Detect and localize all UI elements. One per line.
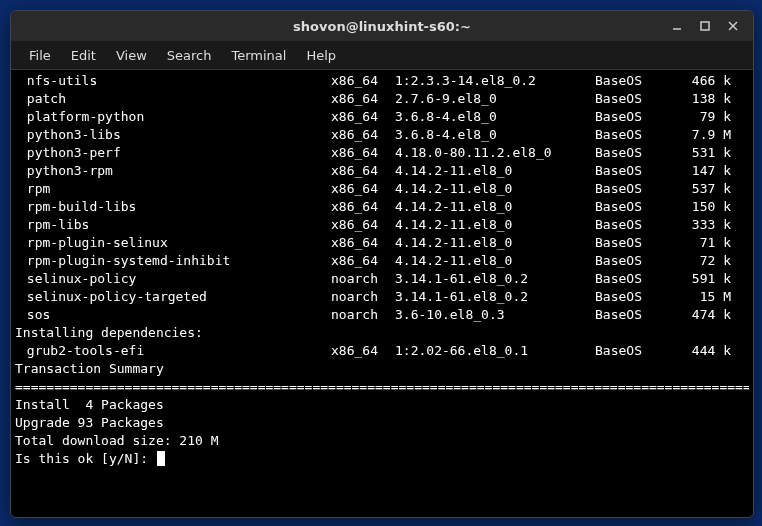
pkg-version: 2.7.6-9.el8_0 bbox=[395, 90, 595, 108]
package-row: rpm-plugin-selinuxx86_644.14.2-11.el8_0B… bbox=[15, 234, 749, 252]
pkg-size: 72 k bbox=[675, 252, 731, 270]
package-row: platform-pythonx86_643.6.8-4.el8_0BaseOS… bbox=[15, 108, 749, 126]
menu-search[interactable]: Search bbox=[157, 44, 222, 67]
pkg-repo: BaseOS bbox=[595, 342, 675, 360]
pkg-version: 1:2.3.3-14.el8_0.2 bbox=[395, 72, 595, 90]
pkg-name: patch bbox=[15, 90, 331, 108]
pkg-version: 4.14.2-11.el8_0 bbox=[395, 216, 595, 234]
deps-header: Installing dependencies: bbox=[15, 324, 749, 342]
pkg-name: nfs-utils bbox=[15, 72, 331, 90]
pkg-arch: noarch bbox=[331, 306, 395, 324]
pkg-repo: BaseOS bbox=[595, 216, 675, 234]
menu-terminal[interactable]: Terminal bbox=[221, 44, 296, 67]
pkg-repo: BaseOS bbox=[595, 126, 675, 144]
pkg-size: 150 k bbox=[675, 198, 731, 216]
minimize-button[interactable] bbox=[663, 14, 691, 38]
pkg-size: 79 k bbox=[675, 108, 731, 126]
package-row: patchx86_642.7.6-9.el8_0BaseOS138 k bbox=[15, 90, 749, 108]
package-row: selinux-policy-targetednoarch3.14.1-61.e… bbox=[15, 288, 749, 306]
package-row: selinux-policynoarch3.14.1-61.el8_0.2Bas… bbox=[15, 270, 749, 288]
pkg-version: 4.18.0-80.11.2.el8_0 bbox=[395, 144, 595, 162]
pkg-version: 4.14.2-11.el8_0 bbox=[395, 180, 595, 198]
titlebar: shovon@linuxhint-s60:~ bbox=[11, 11, 753, 41]
pkg-size: 537 k bbox=[675, 180, 731, 198]
package-row: python3-perfx86_644.18.0-80.11.2.el8_0Ba… bbox=[15, 144, 749, 162]
pkg-name: platform-python bbox=[15, 108, 331, 126]
package-row: rpmx86_644.14.2-11.el8_0BaseOS537 k bbox=[15, 180, 749, 198]
svg-rect-1 bbox=[701, 22, 709, 30]
pkg-size: 591 k bbox=[675, 270, 731, 288]
pkg-repo: BaseOS bbox=[595, 198, 675, 216]
pkg-repo: BaseOS bbox=[595, 144, 675, 162]
pkg-size: 7.9 M bbox=[675, 126, 731, 144]
pkg-size: 444 k bbox=[675, 342, 731, 360]
terminal-output[interactable]: nfs-utilsx86_641:2.3.3-14.el8_0.2BaseOS4… bbox=[11, 70, 753, 517]
pkg-arch: x86_64 bbox=[331, 144, 395, 162]
pkg-name: rpm bbox=[15, 180, 331, 198]
pkg-size: 71 k bbox=[675, 234, 731, 252]
pkg-version: 3.6-10.el8_0.3 bbox=[395, 306, 595, 324]
pkg-repo: BaseOS bbox=[595, 90, 675, 108]
pkg-name: rpm-plugin-selinux bbox=[15, 234, 331, 252]
pkg-repo: BaseOS bbox=[595, 288, 675, 306]
pkg-arch: x86_64 bbox=[331, 108, 395, 126]
pkg-version: 4.14.2-11.el8_0 bbox=[395, 234, 595, 252]
cursor bbox=[157, 451, 165, 466]
summary-title: Transaction Summary bbox=[15, 360, 749, 378]
menu-view[interactable]: View bbox=[106, 44, 157, 67]
pkg-version: 4.14.2-11.el8_0 bbox=[395, 162, 595, 180]
pkg-version: 3.14.1-61.el8_0.2 bbox=[395, 270, 595, 288]
pkg-name: selinux-policy bbox=[15, 270, 331, 288]
pkg-arch: x86_64 bbox=[331, 216, 395, 234]
pkg-arch: x86_64 bbox=[331, 252, 395, 270]
pkg-name: rpm-build-libs bbox=[15, 198, 331, 216]
pkg-name: python3-rpm bbox=[15, 162, 331, 180]
pkg-size: 15 M bbox=[675, 288, 731, 306]
pkg-arch: x86_64 bbox=[331, 180, 395, 198]
package-row: rpm-libsx86_644.14.2-11.el8_0BaseOS333 k bbox=[15, 216, 749, 234]
pkg-version: 4.14.2-11.el8_0 bbox=[395, 252, 595, 270]
close-button[interactable] bbox=[719, 14, 747, 38]
package-row: rpm-build-libsx86_644.14.2-11.el8_0BaseO… bbox=[15, 198, 749, 216]
pkg-repo: BaseOS bbox=[595, 306, 675, 324]
package-row: python3-libsx86_643.6.8-4.el8_0BaseOS7.9… bbox=[15, 126, 749, 144]
pkg-name: rpm-libs bbox=[15, 216, 331, 234]
maximize-button[interactable] bbox=[691, 14, 719, 38]
menu-file[interactable]: File bbox=[19, 44, 61, 67]
menu-help[interactable]: Help bbox=[296, 44, 346, 67]
pkg-repo: BaseOS bbox=[595, 162, 675, 180]
pkg-arch: x86_64 bbox=[331, 234, 395, 252]
pkg-arch: x86_64 bbox=[331, 72, 395, 90]
menu-edit[interactable]: Edit bbox=[61, 44, 106, 67]
pkg-version: 3.14.1-61.el8_0.2 bbox=[395, 288, 595, 306]
window-controls bbox=[663, 14, 747, 38]
pkg-arch: x86_64 bbox=[331, 162, 395, 180]
upgrade-line: Upgrade 93 Packages bbox=[15, 414, 749, 432]
pkg-repo: BaseOS bbox=[595, 270, 675, 288]
pkg-name: rpm-plugin-systemd-inhibit bbox=[15, 252, 331, 270]
pkg-size: 474 k bbox=[675, 306, 731, 324]
pkg-version: 3.6.8-4.el8_0 bbox=[395, 126, 595, 144]
prompt-text: Is this ok [y/N]: bbox=[15, 451, 156, 466]
package-row: python3-rpmx86_644.14.2-11.el8_0BaseOS14… bbox=[15, 162, 749, 180]
package-row: nfs-utilsx86_641:2.3.3-14.el8_0.2BaseOS4… bbox=[15, 72, 749, 90]
pkg-name: sos bbox=[15, 306, 331, 324]
confirm-prompt[interactable]: Is this ok [y/N]: bbox=[15, 450, 749, 468]
pkg-name: python3-libs bbox=[15, 126, 331, 144]
pkg-repo: BaseOS bbox=[595, 72, 675, 90]
pkg-arch: noarch bbox=[331, 288, 395, 306]
pkg-size: 333 k bbox=[675, 216, 731, 234]
download-size: Total download size: 210 M bbox=[15, 432, 749, 450]
pkg-size: 531 k bbox=[675, 144, 731, 162]
pkg-repo: BaseOS bbox=[595, 180, 675, 198]
pkg-arch: x86_64 bbox=[331, 342, 395, 360]
pkg-arch: x86_64 bbox=[331, 90, 395, 108]
package-row: rpm-plugin-systemd-inhibitx86_644.14.2-1… bbox=[15, 252, 749, 270]
terminal-window: shovon@linuxhint-s60:~ File Edit View Se… bbox=[10, 10, 754, 518]
pkg-repo: BaseOS bbox=[595, 252, 675, 270]
pkg-version: 1:2.02-66.el8_0.1 bbox=[395, 342, 595, 360]
pkg-repo: BaseOS bbox=[595, 234, 675, 252]
pkg-size: 138 k bbox=[675, 90, 731, 108]
menubar: File Edit View Search Terminal Help bbox=[11, 41, 753, 70]
pkg-version: 3.6.8-4.el8_0 bbox=[395, 108, 595, 126]
